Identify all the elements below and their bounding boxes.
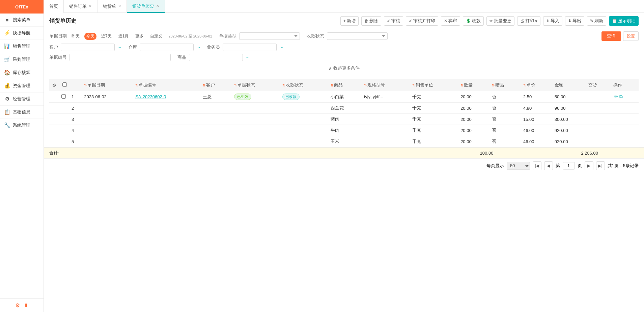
total-label: 合计:: [49, 150, 59, 156]
pause-icon[interactable]: ⏸: [23, 303, 29, 309]
th-customer[interactable]: ⇅客户: [201, 79, 232, 91]
th-checkbox: [59, 79, 69, 91]
th-goods[interactable]: ⇅商品: [329, 79, 362, 91]
th-unit[interactable]: ⇅销售单位: [410, 79, 458, 91]
close-tab-sales-history[interactable]: ✕: [156, 4, 159, 8]
doc-type-select[interactable]: [239, 32, 300, 40]
row-amount: 50.00: [553, 91, 586, 103]
sidebar-item-finance-mgmt[interactable]: 💰 资金管理: [0, 79, 44, 93]
next-page-btn[interactable]: ▶: [585, 161, 593, 170]
page-title: 销货单历史: [49, 18, 76, 25]
sidebar: OfTEn ≡ 搜索菜单 ⚡ 快捷导航 📊 销售管理 🛒 采购管理 🏠 库存核算…: [0, 0, 44, 312]
query-button[interactable]: 查询: [601, 31, 621, 41]
audit-print-button[interactable]: ✔ 审核并打印: [406, 16, 438, 26]
salesperson-input[interactable]: [223, 44, 277, 51]
doc-number-link[interactable]: SA-20230602-0: [135, 94, 166, 99]
settings-icon[interactable]: ⚙: [15, 302, 20, 309]
th-collect-status[interactable]: ⇅收款状态: [280, 79, 329, 91]
th-qty[interactable]: ⇅数量: [458, 79, 490, 91]
audit-button[interactable]: ✔ 审核: [384, 16, 403, 26]
prev-page-btn[interactable]: ◀: [544, 161, 553, 170]
warehouse-dots[interactable]: ···: [196, 45, 200, 50]
goods-dots[interactable]: ···: [246, 55, 250, 60]
delete-button[interactable]: 🗑 删除: [361, 16, 381, 26]
th-gift[interactable]: ⇅赠品: [490, 79, 521, 91]
row-unit: 千克: [410, 125, 458, 136]
page-size-select[interactable]: 50 100 200: [507, 162, 530, 170]
first-page-btn[interactable]: |◀: [533, 161, 541, 170]
tab-sales-history[interactable]: 销货单历史 ✕: [127, 0, 165, 13]
date-btn-yesterday[interactable]: 昨天: [69, 33, 82, 40]
row-num: 5: [69, 136, 82, 147]
sidebar-item-sales-mgmt[interactable]: 📊 销售管理: [0, 40, 44, 53]
edit-icon[interactable]: ✏: [614, 94, 618, 99]
date-btn-7days[interactable]: 近7天: [99, 33, 114, 40]
row-transaction: [586, 125, 611, 136]
new-icon: +: [343, 19, 346, 23]
new-button[interactable]: + 新增: [340, 16, 359, 26]
page-number-input[interactable]: [563, 162, 575, 170]
th-doc-status[interactable]: ⇅单据状态: [232, 79, 280, 91]
sidebar-item-search-menu[interactable]: ≡ 搜索菜单: [0, 14, 44, 27]
collect-status-select[interactable]: [327, 32, 388, 40]
salesperson-dots[interactable]: ···: [279, 45, 283, 50]
row-doc-date: [82, 114, 133, 125]
date-btn-1month[interactable]: 近1月: [116, 33, 131, 40]
close-tab-sales-goods[interactable]: ✕: [118, 4, 121, 8]
date-btn-today[interactable]: 今天: [84, 33, 96, 40]
warehouse-input[interactable]: [140, 44, 194, 51]
th-unit-price[interactable]: ⇅单价: [521, 79, 553, 91]
sidebar-item-quick-nav[interactable]: ⚡ 快捷导航: [0, 27, 44, 40]
print-button[interactable]: 🖨 打印 ▾: [517, 16, 540, 26]
row-checkbox[interactable]: [59, 103, 69, 114]
tab-sales-goods[interactable]: 销货单 ✕: [97, 0, 127, 13]
select-all-checkbox[interactable]: [62, 82, 67, 87]
row-doc-status: [232, 114, 280, 125]
import-button[interactable]: ⬆ 导入: [543, 16, 562, 26]
page-label: 页: [578, 163, 582, 169]
row-num: 4: [69, 125, 82, 136]
goods-input[interactable]: [189, 54, 243, 61]
row-checkbox[interactable]: [59, 136, 69, 147]
sidebar-item-ops-mgmt[interactable]: ⚙ 经营管理: [0, 93, 44, 106]
tab-home[interactable]: 首页: [44, 0, 64, 13]
sidebar-item-inventory[interactable]: 🏠 库存核算: [0, 66, 44, 79]
row-num: 1: [69, 91, 82, 103]
export-button[interactable]: ⬇ 导出: [565, 16, 584, 26]
row-unit-price: 2.50: [521, 91, 553, 103]
close-tab-sales-order[interactable]: ✕: [89, 4, 92, 8]
th-spec[interactable]: ⇅规格型号: [362, 79, 410, 91]
customer-dots[interactable]: ···: [117, 45, 121, 50]
row-select-checkbox[interactable]: [61, 94, 66, 99]
th-doc-date[interactable]: ⇅单据日期: [82, 79, 133, 91]
filter-settings-button[interactable]: 设置: [623, 31, 639, 41]
row-doc-date: [82, 125, 133, 136]
last-page-btn[interactable]: ▶|: [596, 161, 605, 170]
row-spec: [362, 125, 410, 136]
row-qty: 20.00: [458, 125, 490, 136]
tab-sales-order[interactable]: 销售订单 ✕: [64, 0, 97, 13]
doc-number-input[interactable]: [69, 54, 171, 61]
sidebar-item-sys-mgmt[interactable]: 🔧 系统管理: [0, 119, 44, 132]
page-size-label: 每页显示: [486, 163, 504, 169]
batch-change-button[interactable]: ✏ 批量变更: [486, 16, 514, 26]
date-btn-custom[interactable]: 自定义: [148, 33, 164, 40]
sidebar-item-basic-info[interactable]: 📋 基础信息: [0, 106, 44, 119]
date-btn-more[interactable]: 更多: [133, 33, 145, 40]
th-doc-number[interactable]: ⇅单据编号: [133, 79, 201, 91]
row-checkbox[interactable]: [59, 114, 69, 125]
filter-collapse-btn[interactable]: ∧ 收起更多条件: [49, 64, 639, 73]
row-customer: [201, 103, 232, 114]
copy-icon[interactable]: ⧉: [619, 94, 623, 99]
row-checkbox[interactable]: [59, 91, 69, 103]
refresh-button[interactable]: ↻ 刷新: [587, 16, 606, 26]
row-checkbox[interactable]: [59, 125, 69, 136]
show-details-button[interactable]: 📋 显示明细: [609, 16, 639, 26]
abandon-button[interactable]: ✕ 弃审: [441, 16, 460, 26]
row-doc-status: [232, 136, 280, 147]
collect-button[interactable]: 💲 收款: [463, 16, 484, 26]
th-gear[interactable]: ⚙: [49, 79, 59, 91]
filter-area: 单据日期 昨天 今天 近7天 近1月 更多 自定义 2023-06-02 至 2…: [44, 28, 644, 76]
customer-input[interactable]: [61, 44, 115, 51]
sidebar-item-purchase-mgmt[interactable]: 🛒 采购管理: [0, 53, 44, 66]
